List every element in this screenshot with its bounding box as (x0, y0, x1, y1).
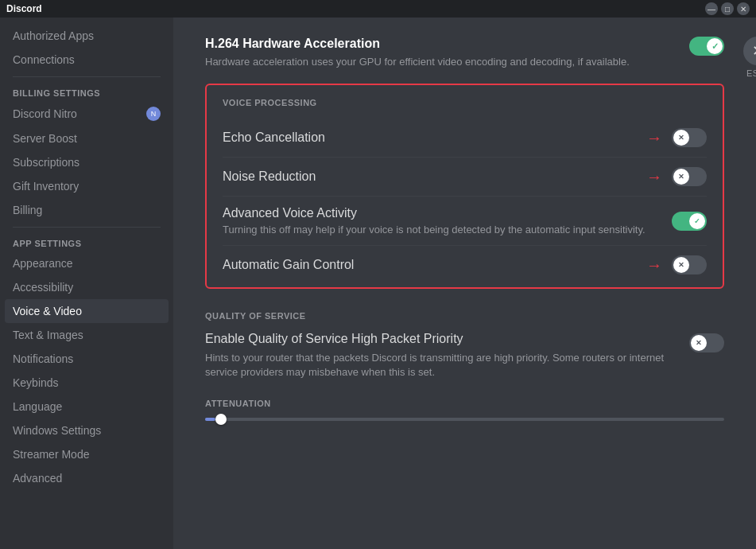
sidebar-item-billing[interactable]: Billing (5, 198, 169, 222)
sidebar-item-notifications[interactable]: Notifications (5, 347, 169, 371)
sidebar-item-keybinds[interactable]: Keybinds (5, 371, 169, 395)
sidebar-item-label: Streamer Mode (13, 448, 89, 461)
quality-of-service-section: QUALITY OF SERVICE Enable Quality of Ser… (205, 311, 724, 380)
sidebar-item-label: Accessibility (13, 281, 73, 294)
hardware-accel-section: H.264 Hardware Acceleration Hardware acc… (205, 37, 724, 68)
voice-processing-box: VOICE PROCESSING Echo Cancellation → ✕ (205, 84, 724, 289)
echo-cancellation-row: Echo Cancellation → ✕ (223, 119, 707, 158)
sidebar-item-label: Gift Inventory (13, 180, 79, 193)
sidebar-item-label: Subscriptions (13, 156, 79, 169)
sidebar-item-label: Appearance (13, 257, 73, 270)
main-layout: Authorized Apps Connections BILLING SETT… (0, 18, 756, 549)
toggle-knob: ✓ (707, 38, 723, 54)
sidebar-item-streamer-mode[interactable]: Streamer Mode (5, 442, 169, 466)
sidebar-item-authorized-apps[interactable]: Authorized Apps (5, 24, 169, 48)
sidebar-item-label: Connections (13, 53, 75, 66)
sidebar-item-windows-settings[interactable]: Windows Settings (5, 419, 169, 442)
advanced-voice-activity-text: Advanced Voice Activity Turning this off… (223, 206, 646, 236)
quality-of-service-text: Enable Quality of Service High Packet Pr… (205, 332, 666, 380)
content-wrapper: ✕ ESC H.264 Hardware Acceleration Hardwa… (205, 37, 724, 421)
sidebar-item-label: Server Boost (13, 132, 77, 145)
toggle-knob: ✕ (691, 335, 707, 351)
echo-cancellation-toggle[interactable]: ✕ (672, 128, 707, 147)
sidebar-item-label: Advanced (13, 472, 62, 485)
sidebar-item-gift-inventory[interactable]: Gift Inventory (5, 174, 169, 198)
sidebar-item-label: Voice & Video (13, 305, 82, 317)
attenuation-slider-container (205, 418, 724, 421)
sidebar-item-advanced[interactable]: Advanced (5, 466, 169, 490)
hardware-accel-toggle[interactable]: ✓ (689, 37, 724, 56)
minimize-button[interactable]: — (705, 2, 718, 15)
hardware-accel-text: H.264 Hardware Acceleration Hardware acc… (205, 37, 630, 68)
x-icon: ✕ (678, 261, 684, 269)
sidebar-item-appearance[interactable]: Appearance (5, 251, 169, 275)
x-icon: ✕ (678, 134, 684, 142)
nitro-icon: N (146, 107, 161, 121)
sidebar-divider-2 (13, 227, 161, 228)
attenuation-slider-track (205, 418, 724, 421)
content-area: ✕ ESC H.264 Hardware Acceleration Hardwa… (173, 18, 756, 549)
quality-of-service-row: Enable Quality of Service High Packet Pr… (205, 332, 724, 380)
quality-of-service-label: QUALITY OF SERVICE (205, 311, 724, 321)
arrow-right-icon: → (646, 129, 662, 147)
sidebar-item-server-boost[interactable]: Server Boost (5, 127, 169, 150)
sidebar-divider (13, 76, 161, 77)
sidebar-item-connections[interactable]: Connections (5, 48, 169, 72)
automatic-gain-control-right: → ✕ (646, 255, 707, 274)
noise-reduction-right: → ✕ (646, 167, 707, 186)
sidebar-item-voice-video[interactable]: Voice & Video (5, 299, 169, 323)
attenuation-slider-fill (205, 418, 215, 421)
sidebar-item-label: Windows Settings (13, 424, 101, 437)
titlebar: Discord — □ ✕ (0, 0, 756, 18)
noise-reduction-text: Noise Reduction (223, 169, 316, 184)
echo-cancellation-label: Echo Cancellation (223, 130, 325, 145)
arrow-right-icon: → (646, 168, 662, 186)
x-icon: ✕ (696, 339, 702, 347)
advanced-voice-activity-row: Advanced Voice Activity Turning this off… (223, 197, 707, 246)
toggle-knob: ✓ (689, 213, 705, 229)
toggle-knob: ✕ (673, 169, 689, 185)
attenuation-label: ATTENUATION (205, 399, 724, 408)
toggle-knob: ✕ (673, 130, 689, 146)
quality-toggle-container: ✕ (689, 333, 724, 352)
automatic-gain-control-label: Automatic Gain Control (223, 258, 354, 272)
sidebar-item-language[interactable]: Language (5, 395, 169, 419)
attenuation-section: ATTENUATION (205, 399, 724, 421)
noise-reduction-toggle[interactable]: ✕ (672, 167, 707, 186)
app-title: Discord (6, 3, 42, 14)
app-section-label: APP SETTINGS (5, 232, 169, 251)
sidebar-item-label: Keybinds (13, 376, 59, 389)
check-icon: ✓ (711, 41, 719, 52)
sidebar-item-label: Discord Nitro (13, 107, 77, 120)
sidebar-item-subscriptions[interactable]: Subscriptions (5, 150, 169, 174)
sidebar-item-label: Text & Images (13, 329, 83, 341)
billing-section-label: BILLING SETTINGS (5, 82, 169, 101)
advanced-voice-activity-desc: Turning this off may help if your voice … (223, 224, 646, 236)
sidebar-item-accessibility[interactable]: Accessibility (5, 275, 169, 299)
sidebar-item-label: Notifications (13, 352, 73, 365)
echo-cancellation-text: Echo Cancellation (223, 130, 325, 145)
attenuation-slider-thumb[interactable] (215, 414, 227, 425)
toggle-knob: ✕ (673, 257, 689, 273)
automatic-gain-control-toggle[interactable]: ✕ (672, 255, 707, 274)
quality-of-service-toggle[interactable]: ✕ (689, 333, 724, 352)
sidebar-item-text-images[interactable]: Text & Images (5, 323, 169, 347)
close-window-button[interactable]: ✕ (737, 2, 750, 15)
maximize-button[interactable]: □ (721, 2, 734, 15)
sidebar-item-label: Authorized Apps (13, 29, 94, 42)
quality-of-service-description: Hints to your router that the packets Di… (205, 351, 666, 380)
sidebar-item-label: Billing (13, 204, 42, 216)
settings-close-button[interactable]: ✕ (743, 37, 756, 65)
automatic-gain-control-text: Automatic Gain Control (223, 258, 354, 272)
sidebar-item-label: Language (13, 400, 62, 413)
sidebar-item-discord-nitro[interactable]: Discord Nitro N (5, 101, 169, 127)
advanced-voice-activity-right: ✓ (672, 212, 707, 231)
noise-reduction-label: Noise Reduction (223, 169, 316, 184)
sidebar: Authorized Apps Connections BILLING SETT… (0, 18, 173, 549)
arrow-right-icon: → (646, 256, 662, 274)
advanced-voice-activity-toggle[interactable]: ✓ (672, 212, 707, 231)
noise-reduction-row: Noise Reduction → ✕ (223, 158, 707, 197)
voice-processing-label: VOICE PROCESSING (223, 98, 707, 107)
advanced-voice-activity-label: Advanced Voice Activity (223, 206, 646, 220)
check-icon: ✓ (694, 217, 700, 225)
